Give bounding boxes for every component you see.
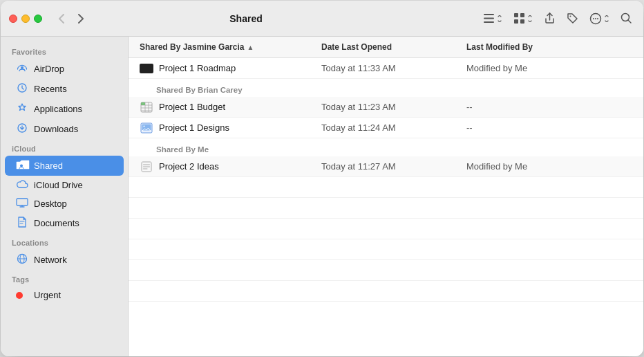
sidebar-item-airdrop[interactable]: AirDrop xyxy=(5,59,124,79)
locations-header: Locations xyxy=(1,233,128,250)
sidebar-label-airdrop: AirDrop xyxy=(34,64,64,74)
svg-rect-16 xyxy=(17,199,28,205)
file-row[interactable]: Project 1 Designs Today at 11:24 AM -- xyxy=(129,118,643,138)
sidebar-item-icloud-drive[interactable]: iCloud Drive xyxy=(5,176,124,194)
file-icon-budget xyxy=(140,102,153,113)
filelist-body: Project 1 Roadmap Today at 11:33 AM Modi… xyxy=(129,58,643,356)
grid-view-button[interactable] xyxy=(511,10,536,26)
file-name-cell: Project 1 Designs xyxy=(140,122,321,134)
finder-window: Shared xyxy=(1,1,643,356)
sidebar-item-applications[interactable]: Applications xyxy=(5,99,124,119)
svg-rect-0 xyxy=(484,14,494,15)
sidebar-item-downloads[interactable]: Downloads xyxy=(5,119,124,139)
sidebar-label-documents: Documents xyxy=(34,218,79,228)
window-title: Shared xyxy=(12,13,480,24)
file-icon-ideas xyxy=(140,161,153,172)
shared-folder-icon xyxy=(16,159,28,172)
sidebar-item-shared[interactable]: Shared xyxy=(5,156,124,176)
tags-header: Tags xyxy=(1,270,128,286)
sidebar-label-shared: Shared xyxy=(34,161,63,171)
empty-row xyxy=(129,177,643,198)
file-date: Today at 11:24 AM xyxy=(321,122,466,133)
desktop-icon xyxy=(16,198,28,210)
network-icon xyxy=(16,253,28,266)
column-header-modified[interactable]: Last Modified By xyxy=(466,42,632,52)
file-name-cell: Project 1 Budget xyxy=(140,102,321,113)
empty-row xyxy=(129,198,643,219)
svg-point-11 xyxy=(597,18,598,19)
sort-arrow: ▲ xyxy=(247,44,254,51)
titlebar: Shared xyxy=(1,1,643,37)
svg-rect-19 xyxy=(140,64,153,73)
file-date: Today at 11:33 AM xyxy=(321,63,466,73)
file-row[interactable]: Project 1 Budget Today at 11:23 AM -- xyxy=(129,97,643,118)
recents-icon xyxy=(16,82,28,95)
svg-rect-1 xyxy=(484,18,494,19)
file-date: Today at 11:27 AM xyxy=(321,161,466,172)
file-name: Project 1 Roadmap xyxy=(159,63,236,73)
svg-point-29 xyxy=(144,125,145,127)
section-label-brian: Shared By Brian Carey xyxy=(129,79,643,97)
file-modified: Modified by Me xyxy=(466,63,632,73)
file-row[interactable]: Project 1 Roadmap Today at 11:33 AM Modi… xyxy=(129,58,643,79)
file-modified: Modified by Me xyxy=(466,161,632,172)
sidebar: Favorites AirDrop xyxy=(1,37,129,356)
sidebar-label-icloud-drive: iCloud Drive xyxy=(34,180,83,190)
file-modified: -- xyxy=(466,122,632,133)
file-icon-designs xyxy=(140,122,153,134)
urgent-tag-icon xyxy=(16,292,28,299)
sidebar-item-desktop[interactable]: Desktop xyxy=(5,194,124,213)
file-name: Project 1 Budget xyxy=(159,102,225,112)
empty-row xyxy=(129,260,643,281)
applications-icon xyxy=(16,102,28,116)
sidebar-label-downloads: Downloads xyxy=(34,124,78,134)
sidebar-label-desktop: Desktop xyxy=(34,199,67,209)
favorites-header: Favorites xyxy=(1,42,128,59)
svg-point-9 xyxy=(593,18,594,19)
svg-point-10 xyxy=(595,18,596,19)
icloud-drive-icon xyxy=(16,179,28,191)
svg-point-7 xyxy=(570,16,571,17)
sidebar-label-urgent: Urgent xyxy=(34,290,61,300)
filelist-header: Shared By Jasmine Garcia ▲ Date Last Ope… xyxy=(129,37,643,58)
airdrop-icon xyxy=(16,62,28,75)
icloud-header: iCloud xyxy=(1,139,128,156)
column-header-name[interactable]: Shared By Jasmine Garcia ▲ xyxy=(140,42,321,52)
svg-rect-3 xyxy=(514,13,518,17)
column-modified-label: Last Modified By xyxy=(466,42,533,52)
share-button[interactable] xyxy=(541,10,558,26)
toolbar-right xyxy=(480,10,635,27)
svg-rect-6 xyxy=(520,19,524,24)
empty-row xyxy=(129,219,643,239)
column-header-date[interactable]: Date Last Opened xyxy=(321,42,466,52)
column-name-label: Shared By Jasmine Garcia xyxy=(140,42,244,52)
sidebar-label-recents: Recents xyxy=(34,84,67,94)
more-button[interactable] xyxy=(587,10,612,27)
file-list: Shared By Jasmine Garcia ▲ Date Last Ope… xyxy=(129,37,643,356)
svg-rect-4 xyxy=(520,13,524,17)
svg-rect-2 xyxy=(484,21,494,23)
section-label-me: Shared By Me xyxy=(129,138,643,156)
svg-point-15 xyxy=(20,165,23,167)
empty-row xyxy=(129,281,643,302)
file-name: Project 1 Designs xyxy=(159,122,229,133)
sidebar-label-network: Network xyxy=(34,255,67,265)
sidebar-item-network[interactable]: Network xyxy=(5,250,124,270)
file-date: Today at 11:23 AM xyxy=(321,102,466,112)
sidebar-item-documents[interactable]: Documents xyxy=(5,213,124,233)
file-name-cell: Project 1 Roadmap xyxy=(140,63,321,74)
svg-rect-26 xyxy=(141,102,145,105)
file-name-cell: Project 2 Ideas xyxy=(140,161,321,172)
sidebar-item-recents[interactable]: Recents xyxy=(5,79,124,99)
column-date-label: Date Last Opened xyxy=(321,42,392,52)
file-row[interactable]: Project 2 Ideas Today at 11:27 AM Modifi… xyxy=(129,156,643,177)
search-button[interactable] xyxy=(618,10,635,26)
tag-button[interactable] xyxy=(564,10,581,26)
list-view-button[interactable] xyxy=(480,10,505,26)
sidebar-label-applications: Applications xyxy=(34,104,82,114)
sidebar-item-urgent[interactable]: Urgent xyxy=(5,286,124,304)
downloads-icon xyxy=(16,122,28,136)
documents-icon xyxy=(16,217,28,230)
svg-rect-5 xyxy=(514,19,518,24)
empty-row xyxy=(129,239,643,260)
